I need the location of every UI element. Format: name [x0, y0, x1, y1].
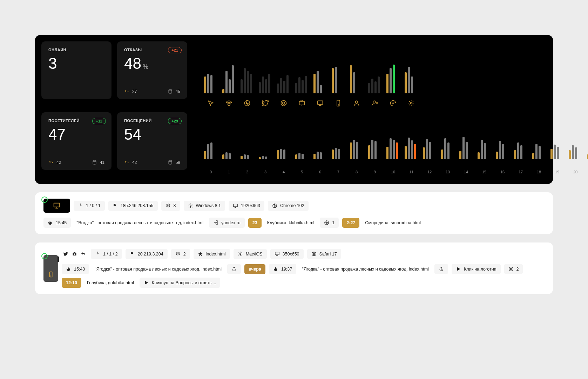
target-icon [508, 266, 514, 272]
user-x-icon[interactable] [368, 100, 381, 107]
hour-label: 1 [222, 170, 236, 174]
phone-rotary-icon[interactable] [222, 100, 236, 107]
tv-icon[interactable] [295, 100, 309, 107]
layers-icon [175, 251, 181, 257]
chip-people[interactable]: 1 / 0 / 1 [74, 201, 105, 211]
gauge-icon[interactable] [386, 100, 400, 107]
chip-resolution[interactable]: 1920x963 [229, 201, 264, 211]
chip-ip[interactable]: 20.219.3.204 [126, 249, 168, 259]
hour-label: 8 [350, 170, 363, 174]
svg-point-16 [190, 205, 191, 206]
walk-icon [95, 251, 100, 257]
gear-icon [238, 251, 243, 257]
svg-point-13 [411, 102, 412, 104]
desktop-icon[interactable] [313, 100, 327, 107]
svg-point-30 [441, 267, 442, 268]
timeline-page[interactable]: Клубника, klubnika.html [265, 218, 317, 228]
chip-resolution[interactable]: 350x650 [270, 249, 304, 259]
svg-point-4 [245, 101, 250, 106]
svg-point-9 [338, 105, 339, 105]
chip-os[interactable]: Mac/iOS [234, 249, 267, 259]
timeline-time[interactable]: 15:45 [43, 218, 71, 228]
timeline-page[interactable]: "Ягодка" - оптовая продажа лесных и садо… [74, 218, 205, 228]
timeline-anchor[interactable] [434, 264, 448, 274]
hour-label: 6 [313, 170, 327, 174]
hour-label: 13 [441, 170, 454, 174]
hour-label: 19 [550, 170, 564, 174]
card-online[interactable]: ОНЛАЙН 3 [41, 41, 111, 99]
twitter-icon[interactable] [259, 100, 272, 107]
user-icon[interactable] [350, 100, 363, 107]
timeline-page[interactable]: Голубика, golubika.html [85, 278, 136, 288]
monitor-icon [275, 251, 280, 257]
card-bounces[interactable]: ОТКАЗЫ +21 48% 27 45 [117, 41, 187, 99]
timeline-count[interactable]: 2 [504, 264, 523, 274]
timeline-page[interactable]: Смородина, smorodina.html [363, 218, 423, 228]
layers-icon [165, 203, 171, 208]
delta-badge: +21 [168, 47, 182, 53]
chip-os[interactable]: Windows 8.1 [184, 201, 225, 211]
hand-icon [273, 266, 278, 272]
satellite-icon[interactable] [405, 100, 418, 107]
chip-entry[interactable]: index.html [194, 249, 230, 259]
svg-rect-27 [275, 252, 279, 255]
timeline-anchor[interactable] [227, 264, 241, 274]
chip-ip[interactable]: 185.246.208.155 [108, 201, 158, 211]
svg-point-2 [169, 160, 172, 162]
hand-icon [48, 220, 53, 225]
play-icon [144, 280, 149, 285]
hourly-chart [204, 117, 588, 159]
card-visitors[interactable]: ПОСЕТИТЕЛЕЙ +12 47 42 41 [41, 112, 111, 170]
at-icon[interactable] [277, 100, 290, 107]
whatsapp-icon[interactable] [241, 100, 254, 107]
hour-label: 11 [405, 170, 418, 174]
svg-point-10 [356, 101, 358, 103]
timeline-event[interactable]: Кликнул на Вопросы и ответы... [140, 278, 221, 288]
timeline-event[interactable]: Клик на логотип [452, 264, 501, 274]
hour-label: 7 [332, 170, 345, 174]
chip-people[interactable]: 1 / 1 / 2 [91, 249, 122, 259]
undo-icon [48, 160, 54, 165]
svg-point-12 [393, 103, 394, 104]
undo-icon[interactable] [81, 251, 86, 257]
timeline-duration: 12:10 [62, 278, 81, 288]
hour-label: 14 [459, 170, 473, 174]
hour-label: 4 [277, 170, 290, 174]
timeline-page[interactable]: "Ягодка" - оптовая продажа лесных и садо… [93, 264, 224, 274]
svg-point-15 [80, 204, 81, 205]
undo-icon [124, 160, 129, 165]
sources-chart [204, 51, 588, 93]
hour-label: 17 [514, 170, 527, 174]
play-icon [456, 266, 461, 272]
timeline-referrer[interactable]: yandex.ru [209, 218, 245, 228]
card-visits[interactable]: ПОСЕЩЕНИЙ +29 54 42 58 [117, 112, 187, 170]
device-desktop-tile[interactable] [43, 199, 70, 213]
exit-icon [213, 220, 218, 225]
flag-icon [113, 203, 118, 208]
hour-label: 16 [496, 170, 509, 174]
card-value: 48% [124, 55, 180, 72]
walk-icon [78, 203, 83, 208]
timeline-time[interactable]: 15:48 [62, 264, 89, 274]
chip-stack[interactable]: 2 [171, 249, 190, 259]
svg-point-23 [50, 275, 51, 276]
chip-browser[interactable]: Safari 17 [307, 249, 341, 259]
database-icon [92, 160, 97, 165]
twitter-icon[interactable] [63, 251, 68, 257]
mobile-icon [48, 271, 54, 278]
timeline-page[interactable]: "Ягодка" - оптовая продажа лесных и садо… [300, 264, 431, 274]
timeline-time[interactable]: 19:37 [269, 264, 296, 274]
delta-badge: +29 [168, 118, 182, 124]
svg-point-0 [169, 89, 172, 91]
svg-point-26 [239, 253, 241, 255]
timeline-duration: 23 [248, 218, 262, 228]
timeline-count[interactable]: 1 [320, 218, 339, 228]
cursor-icon[interactable] [204, 100, 217, 107]
device-mobile-tile[interactable] [43, 255, 58, 282]
charts-area: 01234567891011121314151617181920212223 [194, 41, 588, 178]
chip-browser[interactable]: Chrome 102 [268, 201, 309, 211]
chip-stack[interactable]: 3 [161, 201, 180, 211]
camera-icon[interactable] [72, 251, 77, 257]
mobile-icon[interactable] [332, 100, 345, 107]
footer-left: 27 [124, 89, 137, 94]
